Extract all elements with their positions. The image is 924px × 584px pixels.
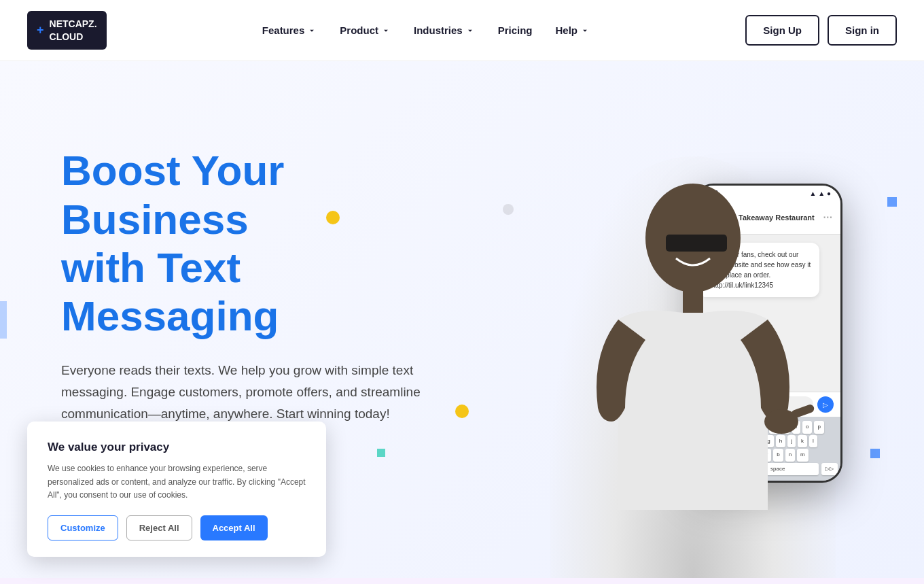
cookie-text: We use cookies to enhance your browsing … — [48, 462, 306, 502]
logo-plus: + — [37, 22, 44, 38]
person-container: 9:39 ▲ ▲ ● Takeaway Restaurant ⋯ Hi burg… — [530, 129, 856, 578]
chevron-down-icon — [381, 26, 391, 35]
svg-rect-1 — [666, 235, 727, 252]
decorative-bar-blue — [0, 301, 7, 339]
svg-rect-2 — [683, 289, 703, 316]
customize-button[interactable]: Customize — [48, 515, 118, 540]
menu-dots-icon: ⋯ — [823, 212, 832, 223]
cookie-actions: Customize Reject All Accept All — [48, 515, 306, 540]
nav-item-industries[interactable]: Industries — [404, 19, 484, 41]
cookie-banner: We value your privacy We use cookies to … — [27, 422, 326, 557]
nav-actions: Sign Up Sign in — [745, 15, 897, 46]
reject-all-button[interactable]: Reject All — [126, 515, 192, 540]
chevron-down-icon — [307, 26, 317, 35]
nav-item-features[interactable]: Features — [253, 19, 327, 41]
hero-image-area: 9:39 ▲ ▲ ● Takeaway Restaurant ⋯ Hi burg… — [462, 61, 924, 578]
svg-rect-3 — [683, 313, 703, 510]
svg-rect-5 — [790, 403, 815, 419]
person-illustration — [564, 170, 822, 578]
logo-text: NETCAPZ. CLOUD — [50, 18, 97, 42]
nav-item-product[interactable]: Product — [330, 19, 400, 41]
bottom-section-peek: A Text Messaging — [0, 578, 924, 584]
chevron-down-icon — [580, 26, 590, 35]
cookie-title: We value your privacy — [48, 441, 306, 454]
hero-subtitle: Everyone reads their texts. We help you … — [61, 360, 442, 426]
navigation: + NETCAPZ. CLOUD Features Product Indust… — [0, 0, 924, 61]
nav-item-help[interactable]: Help — [546, 19, 600, 41]
hero-title: Boost Your Business with Text Messaging — [61, 146, 442, 340]
logo[interactable]: + NETCAPZ. CLOUD — [27, 11, 107, 49]
signin-button[interactable]: Sign in — [828, 15, 897, 46]
nav-item-pricing[interactable]: Pricing — [488, 19, 542, 41]
signup-button[interactable]: Sign Up — [745, 15, 819, 46]
accept-all-button[interactable]: Accept All — [200, 515, 268, 540]
nav-links: Features Product Industries Pricing Help — [253, 19, 599, 41]
chevron-down-icon — [465, 26, 475, 35]
